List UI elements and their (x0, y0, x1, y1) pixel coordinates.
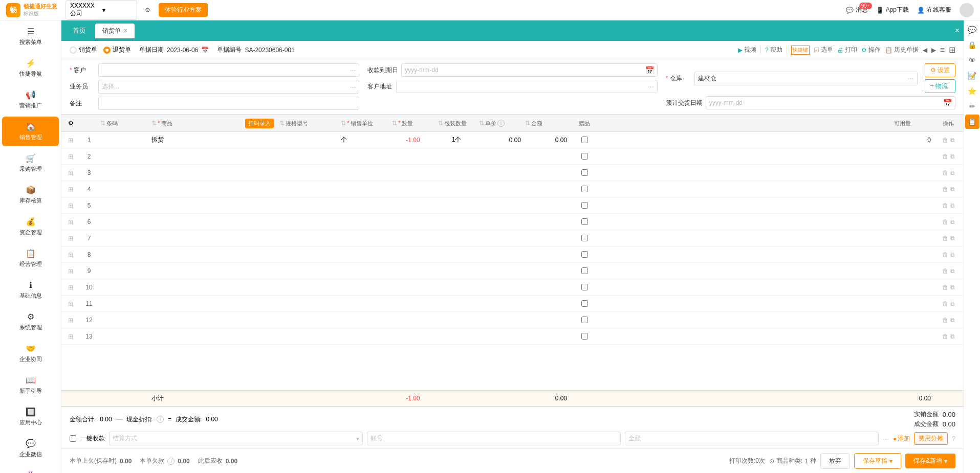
logistics-button[interactable]: + 物流 (925, 79, 955, 93)
right-panel-star-button[interactable]: ⭐ (965, 84, 979, 98)
payment-amount-input[interactable]: 金额 (625, 432, 879, 445)
add-payment-button[interactable]: ● 添加 (893, 434, 910, 443)
copy-button[interactable]: ⧉ (950, 202, 955, 209)
delete-button[interactable]: 🗑 (942, 235, 948, 242)
estimated-date-calendar-icon[interactable]: 📅 (943, 99, 952, 107)
copy-button[interactable]: ⧉ (950, 267, 955, 275)
discount-info-icon[interactable]: i (157, 416, 164, 423)
due-date-calendar-icon[interactable]: 📅 (645, 66, 654, 74)
sidebar-item-guide[interactable]: 📖 新手引导 (2, 370, 59, 400)
delete-button[interactable]: 🗑 (942, 333, 948, 340)
save-draft-chevron-icon[interactable]: ▾ (889, 458, 892, 465)
payment-ellipsis[interactable]: ··· (883, 435, 889, 443)
sidebar-item-basic-info[interactable]: ℹ 基础信息 (2, 275, 59, 305)
calendar-icon[interactable]: 📅 (201, 47, 209, 54)
video-action[interactable]: ▶ 视频 (738, 46, 756, 54)
delete-button[interactable]: 🗑 (942, 218, 948, 226)
copy-button[interactable]: ⧉ (950, 169, 955, 176)
select-action[interactable]: ☑ 选单 (814, 46, 833, 54)
row-amount-1[interactable]: 0.00 (523, 137, 569, 144)
delete-button[interactable]: 🗑 (942, 186, 948, 193)
copy-button[interactable]: ⧉ (950, 218, 955, 226)
sidebar-item-marketing[interactable]: 📢 营销推广 (2, 85, 59, 115)
row-product-1[interactable]: 拆货 (149, 136, 242, 144)
copy-button[interactable]: ⧉ (950, 235, 955, 242)
sidebar-item-system-mgmt[interactable]: ⚙ 系统管理 (2, 307, 59, 336)
gift-checkbox-1[interactable] (581, 137, 588, 143)
sidebar-item-quick-nav[interactable]: ⚡ 快捷导航 (2, 53, 59, 83)
layout-list-button[interactable]: ≡ (940, 46, 945, 55)
doc-date-value[interactable]: 2023-06-06 (167, 47, 198, 54)
copy-button[interactable]: ⧉ (950, 284, 955, 291)
customer-addr-input[interactable]: ··· (396, 80, 657, 93)
customer-input[interactable]: ··· (98, 63, 359, 77)
product-type-selector[interactable]: ⊙ 商品种类: 1 种 (769, 457, 816, 465)
delete-button[interactable]: 🗑 (942, 169, 948, 176)
user-avatar[interactable] (960, 3, 974, 17)
sidebar-item-finance-mgmt[interactable]: 💰 资金管理 (2, 212, 59, 241)
right-panel-lock-button[interactable]: 🔒 (965, 38, 979, 52)
company-selector[interactable]: XXXXXX公司 ▾ (66, 0, 137, 20)
right-panel-orange-button[interactable]: 📋 (965, 115, 979, 129)
print-action[interactable]: 🖨 打印 (837, 46, 857, 54)
help-action[interactable]: ? 帮助 (765, 46, 782, 54)
right-panel-chat-button[interactable]: 💬 (965, 22, 979, 37)
remarks-input[interactable] (98, 97, 359, 110)
tab-close-window-button[interactable]: × (955, 26, 960, 35)
fee-split-button[interactable]: 费用分摊 (914, 432, 948, 445)
copy-button[interactable]: ⧉ (950, 333, 955, 340)
customer-ellipsis[interactable]: ··· (350, 66, 356, 74)
form-settings-button[interactable]: ⚙ 设置 (925, 63, 955, 77)
estimated-date-input[interactable]: yyyy-mm-dd 📅 (706, 96, 955, 109)
delete-button[interactable]: 🗑 (942, 300, 948, 307)
row-price-1[interactable]: 0.00 (477, 137, 523, 144)
save-new-chevron-icon[interactable]: ▾ (944, 458, 947, 465)
salesperson-input[interactable]: 选择... ··· (98, 80, 359, 94)
abandon-button[interactable]: 放弃 (820, 453, 850, 469)
online-service-button[interactable]: 👤 在线客服 (917, 6, 951, 14)
tab-sales-order[interactable]: 销货单 × (95, 24, 135, 38)
copy-button[interactable]: ⧉ (950, 186, 955, 193)
copy-button[interactable]: ⧉ (950, 251, 955, 258)
nav-prev-button[interactable]: ◀ (923, 47, 927, 54)
due-date-input[interactable]: yyyy-mm-dd 📅 (401, 63, 657, 77)
sidebar-item-member[interactable]: V 畅会员 (2, 465, 59, 473)
row-settings-1[interactable]: ⊞ (61, 137, 80, 144)
notification-button[interactable]: 💬 消息 99+ (846, 6, 868, 14)
nav-next-button[interactable]: ▶ (931, 47, 936, 54)
tab-close-button[interactable]: × (124, 27, 127, 34)
right-panel-edit-button[interactable]: ✏ (965, 99, 979, 114)
sidebar-item-enterprise[interactable]: 🤝 企业协同 (2, 339, 59, 368)
right-panel-notes-button[interactable]: 📝 (965, 69, 979, 83)
row-unit-1[interactable]: 个 (339, 136, 390, 144)
delete-button[interactable]: 🗑 (942, 153, 948, 160)
settings-icon[interactable]: ⚙ (140, 3, 155, 17)
sales-order-radio[interactable]: 销货单 (70, 46, 97, 54)
layout-grid-button[interactable]: ⊞ (949, 45, 955, 55)
save-new-button[interactable]: 保存&新增 ▾ (905, 454, 955, 468)
trial-button[interactable]: 体验行业方案 (159, 3, 208, 17)
sidebar-item-purchase-mgmt[interactable]: 🛒 采购管理 (2, 148, 59, 178)
sidebar-item-inventory[interactable]: 📦 库存核算 (2, 180, 59, 210)
return-order-radio[interactable]: 退货单 (103, 46, 131, 54)
price-info-icon[interactable]: i (497, 120, 505, 127)
delete-button[interactable]: 🗑 (942, 317, 948, 324)
fee-help-icon[interactable]: ? (952, 435, 955, 442)
row-qty-1[interactable]: -1.00 (390, 137, 436, 144)
shortcut-action[interactable]: 快捷键 (791, 46, 810, 55)
one-click-payment-checkbox[interactable] (70, 435, 76, 442)
delete-button[interactable]: 🗑 (942, 284, 948, 291)
sidebar-item-ops-mgmt[interactable]: 📋 经营管理 (2, 243, 59, 273)
customer-addr-ellipsis[interactable]: ··· (648, 82, 654, 91)
delete-button[interactable]: 🗑 (942, 202, 948, 209)
col-settings[interactable]: ⚙ (61, 120, 80, 127)
sidebar-item-wechat[interactable]: 💬 企业微信 (2, 434, 59, 463)
copy-row-1-button[interactable]: ⧉ (950, 137, 955, 144)
warehouse-input[interactable]: 建材仓 ··· (694, 72, 918, 85)
app-download-button[interactable]: 📱 App下载 (876, 6, 909, 14)
operation-action[interactable]: ⚙ 操作 (861, 46, 881, 54)
payment-method-input[interactable]: 结算方式 ▾ (109, 432, 363, 445)
total-due-help-icon[interactable]: i (167, 458, 175, 465)
sidebar-item-search-order[interactable]: ☰ 搜索菜单 (2, 21, 59, 51)
history-action[interactable]: 📋 历史单据 (885, 46, 919, 54)
